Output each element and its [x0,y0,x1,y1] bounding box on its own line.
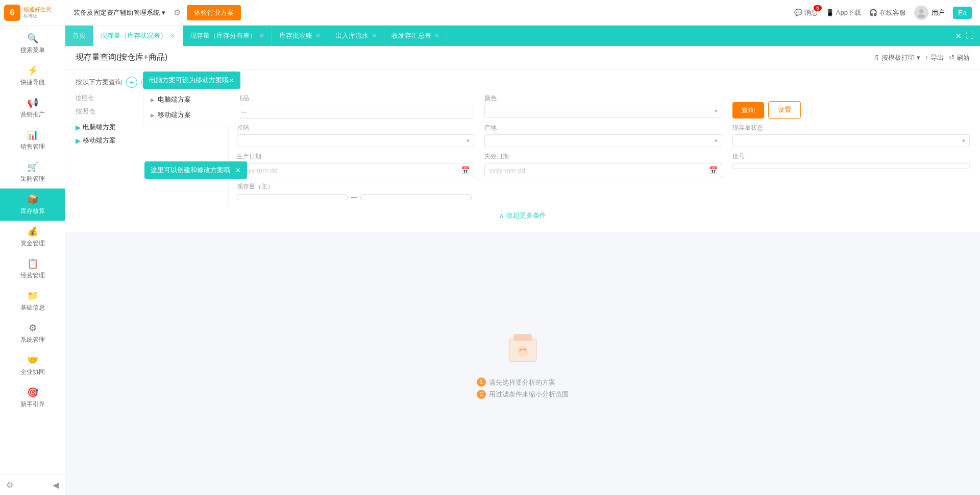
tab-batch-close[interactable]: ✕ [315,32,321,39]
scheme-tooltip-text: 电脑方案可设为移动方案哦 [149,76,229,85]
empty-tips: 1 请先选择要分析的方案 2 用过滤条件来缩小分析范围 [477,376,569,400]
tab-batch-label: 库存批次账 [279,31,312,40]
add-scheme-btn[interactable]: + [126,77,137,88]
exp-date-input[interactable]: yyyy-mm-dd 📅 [484,163,722,177]
ea-button[interactable]: Ea [953,7,972,19]
filter-row-1: 商品 ··· 颜色 ▾ [237,94,970,119]
exp-date-placeholder: yyyy-mm-dd [489,167,525,174]
export-btn[interactable]: ↑ 导出 [925,53,944,62]
close-all-tabs-icon[interactable]: ✕ [955,31,962,41]
tab-stock-dist-label: 现存量（库存分布表） [190,31,256,40]
warehouse-mobile-item[interactable]: ▶ 移动端方案 [76,134,220,147]
stock-separator: — [351,193,357,201]
sidebar-item-inventory[interactable]: 📦 库存核算 [0,188,65,221]
origin-select[interactable]: ▾ [484,134,722,147]
stock-status-label: 现存量状态 [732,124,970,132]
scheme-item-pc[interactable]: ▶ 电脑端方案 [143,92,240,107]
field-exp-date: 失效日期 yyyy-mm-dd 📅 [484,152,722,177]
collapse-sidebar-icon[interactable]: ◀ [53,480,59,490]
sidebar-item-inventory-label: 库存核算 [20,207,45,216]
chevron-up-icon: ∧ [499,212,504,220]
maximize-icon[interactable]: ⛶ [966,31,974,40]
sidebar-item-system[interactable]: ⚙ 系统管理 [0,317,65,349]
sidebar-item-nav-label: 快捷导航 [20,78,45,87]
msg-btn[interactable]: 💬 消息 6 [794,8,818,17]
size-select[interactable]: ▾ [237,134,474,147]
tip-text-2: 用过滤条件来缩小分析范围 [489,388,569,400]
app-label: App下载 [836,8,861,17]
tab-inout[interactable]: 出入库流水 ✕ [328,26,384,46]
refresh-btn[interactable]: ↺ 刷新 [949,53,970,62]
tab-inout-close[interactable]: ✕ [372,32,377,39]
sidebar-item-search[interactable]: 🔍 搜索菜单 [0,28,65,60]
settings-bottom-icon[interactable]: ⚙ [6,480,13,490]
field-prod-date: 生产日期 yyyy-mm-dd 📅 [237,152,474,177]
sidebar-item-marketing[interactable]: 📢 营销推广 [0,92,65,124]
filter-row-4: 现存量（主） — [237,182,970,201]
tab-stock-status-label: 现存量（库存状况表） [101,31,167,40]
system-icon: ⚙ [29,322,37,334]
sidebar-item-operation[interactable]: 📋 经营管理 [0,253,65,285]
logo-text-wrap: 畅通好生意 标准版 [23,6,52,19]
sidebar-item-guide-label: 新手引导 [20,400,45,409]
sidebar-item-collab[interactable]: 🤝 企业协同 [0,349,65,382]
finance-icon: 💰 [27,226,38,237]
goods-input[interactable]: ··· [237,105,474,119]
goods-dots: ··· [241,108,247,115]
user-menu[interactable]: 用户 [914,6,945,20]
main-area: 装备及固定资产辅助管理系统 ▾ ⚙ 体验行业方案 💬 消息 6 📱 App下载 … [65,0,980,495]
scheme-tooltip: 电脑方案可设为移动方案哦 ✕ [143,72,240,89]
prod-date-label: 生产日期 [237,152,474,161]
tab-batch[interactable]: 库存批次账 ✕ [272,26,328,46]
industry-btn[interactable]: 体验行业方案 [187,5,241,20]
svg-rect-3 [513,334,532,341]
prod-date-input[interactable]: yyyy-mm-dd 📅 [237,163,474,177]
tab-stock-dist[interactable]: 现存量（库存分布表） ✕ [183,26,272,46]
triangle-icon: ▶ [151,97,155,103]
edit-tooltip-close-btn[interactable]: ✕ [235,167,241,174]
sidebar-item-basic[interactable]: 📁 基础信息 [0,285,65,317]
stock-max-input[interactable] [360,194,471,200]
gear-icon[interactable]: ⚙ [174,8,181,17]
sidebar-item-purchase[interactable]: 🛒 采购管理 [0,156,65,188]
search-icon: 🔍 [27,33,38,44]
online-service-btn[interactable]: 🎧 在线客服 [869,8,906,17]
tab-stock-dist-close[interactable]: ✕ [259,32,264,39]
search-button[interactable]: 查询 [732,102,764,119]
field-size: 尺码 ▾ [237,124,474,147]
filter-row-3: 生产日期 yyyy-mm-dd 📅 失效日期 yyyy-mm-dd 📅 [237,152,970,177]
tab-stock-status[interactable]: 现存量（库存状况表） ✕ [93,26,183,46]
scheme-tooltip-popup: 电脑方案可设为移动方案哦 ✕ ▶ 电脑端方案 ▶ 移动端方案 [143,72,240,126]
sidebar-item-finance-label: 资金管理 [20,239,45,248]
tab-home[interactable]: 首页 [65,26,93,46]
app-download-btn[interactable]: 📱 App下载 [826,8,861,17]
warehouse-mobile-text: 移动端方案 [83,136,116,145]
topbar-right: 💬 消息 6 📱 App下载 🎧 在线客服 用户 [794,6,972,20]
tab-stock-status-close[interactable]: ✕ [170,32,175,39]
filter-row-2: 尺码 ▾ 产地 ▾ [237,124,970,147]
sidebar-logo: 6 畅通好生意 标准版 [0,0,65,26]
collapse-btn[interactable]: ∧ 收起更多条件 [76,211,970,220]
tab-summary[interactable]: 收发存汇总表 ✕ [384,26,447,46]
scheme-tooltip-close-btn[interactable]: ✕ [229,77,234,84]
sidebar-item-system-label: 系统管理 [20,336,45,344]
stock-min-input[interactable] [237,194,348,200]
color-select[interactable]: ▾ [484,105,722,117]
tab-home-label: 首页 [72,31,86,40]
calendar-exp-icon: 📅 [709,166,718,174]
navtabs-end: ✕ ⛶ [949,31,980,41]
sidebar-item-finance[interactable]: 💰 资金管理 [0,221,65,253]
batch-input[interactable] [732,163,970,169]
reset-button[interactable]: 设置 [768,101,801,119]
scheme-item-mobile[interactable]: ▶ 移动端方案 [143,107,240,123]
sidebar-item-nav[interactable]: ⚡ 快捷导航 [0,60,65,92]
sidebar-item-guide[interactable]: 🎯 新手引导 [0,382,65,414]
field-stock-main: 现存量（主） — [237,182,472,201]
tab-summary-close[interactable]: ✕ [434,32,439,39]
template-print-btn[interactable]: 🖨 按模板打印 ▾ [873,53,920,62]
field-origin: 产地 ▾ [484,124,722,147]
sidebar-item-sales[interactable]: 📊 销售管理 [0,124,65,156]
system-select[interactable]: 装备及固定资产辅助管理系统 ▾ [74,8,165,17]
stock-status-select[interactable]: ▾ [732,134,970,147]
scheme-pc-label: 电脑端方案 [158,95,191,104]
